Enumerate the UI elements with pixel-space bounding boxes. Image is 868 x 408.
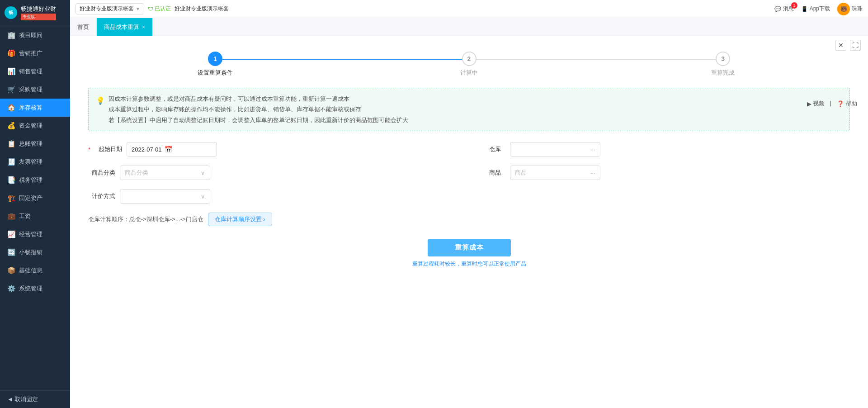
marketing-icon: 🎁 (7, 49, 15, 57)
sidebar-item-label: 项目顾问 (19, 31, 42, 39)
sidebar-item-label: 税务管理 (19, 176, 42, 184)
sidebar-items: 🏢项目顾问🎁营销推广📊销售管理🛒采购管理🏠库存核算💰资金管理📋总账管理🧾发票管理… (0, 26, 70, 390)
sidebar-item-system[interactable]: ⚙️系统管理 (0, 280, 70, 298)
sidebar-item-label: 资金管理 (19, 122, 42, 130)
product-select[interactable]: 商品 ··· (510, 166, 600, 180)
tabs-bar: 首页 商品成本重算 × (70, 18, 868, 36)
topbar: 好业财专业版演示帐套 ▼ 🛡 已认证 好业财专业版演示帐套 💬 消息 1 📱 A… (70, 0, 868, 18)
sidebar-item-operations[interactable]: 📈经营管理 (0, 225, 70, 243)
main-area: 好业财专业版演示帐套 ▼ 🛡 已认证 好业财专业版演示帐套 💬 消息 1 📱 A… (70, 0, 868, 408)
sidebar-item-label: 总账管理 (19, 140, 42, 148)
app-download-button[interactable]: 📱 App下载 (801, 5, 830, 13)
message-icon: 💬 (774, 6, 781, 12)
step-1-label: 设置重算条件 (198, 69, 233, 77)
play-icon: ▶ (807, 100, 811, 107)
help-links: ▶ 视频 | ❓ 帮助 (807, 100, 857, 108)
sidebar-item-sales[interactable]: 📊销售管理 (0, 62, 70, 81)
tip-box: 💡 因成本计算参数调整，或是对商品成本有疑问时，可以通过成本重算功能，重新计算一… (88, 88, 850, 131)
topbar-right: 💬 消息 1 📱 App下载 🐻 珠珠 (774, 3, 863, 15)
sidebar-unpin[interactable]: ◄ 取消固定 (0, 390, 70, 408)
sidebar-item-label: 发票管理 (19, 158, 42, 166)
account-selector[interactable]: 好业财专业版演示帐套 ▼ (75, 3, 144, 14)
step-2-line (476, 59, 716, 60)
sidebar-item-invoice[interactable]: 🧾发票管理 (0, 153, 70, 171)
sidebar-item-tax[interactable]: 📑税务管理 (0, 171, 70, 189)
tab-close-icon[interactable]: × (142, 24, 145, 30)
sidebar-item-label: 营销推广 (19, 49, 42, 57)
sidebar-item-label: 基础信息 (19, 266, 42, 275)
step-3: 3 重算完成 (596, 52, 850, 77)
accounting-icon: 📋 (7, 140, 15, 148)
purchase-icon: 🛒 (7, 85, 15, 94)
sidebar-item-salary[interactable]: 💼工资 (0, 207, 70, 225)
assets-icon: 🏗️ (7, 194, 15, 202)
step-3-circle: 3 (716, 52, 730, 66)
recalc-button[interactable]: 重算成本 (428, 239, 511, 256)
sidebar-item-label: 采购管理 (19, 85, 42, 94)
logo-text: 畅捷通好业财 (21, 5, 56, 13)
sidebar-item-purchase[interactable]: 🛒采购管理 (0, 81, 70, 99)
chevron-down-icon: ∨ (201, 193, 205, 200)
content-area: ✕ ⛶ ▶ 视频 | ❓ 帮助 1 设置重算条件 (70, 36, 868, 408)
shield-icon: 🛡 (148, 6, 153, 12)
video-link[interactable]: ▶ 视频 (807, 100, 825, 108)
price-method-group: 计价方式 ∨ (88, 189, 850, 204)
form-row-1: * 起始日期 2022-07-01 📅 仓库 ··· (88, 142, 850, 157)
more-icon: ··· (590, 170, 595, 176)
sidebar-item-assets[interactable]: 🏗️固定资产 (0, 189, 70, 207)
sidebar-item-accounting[interactable]: 📋总账管理 (0, 135, 70, 153)
step-2: 2 计算中 (342, 52, 596, 77)
tip-content: 因成本计算参数调整，或是对商品成本有疑问时，可以通过成本重算功能，重新计算一遍成… (108, 94, 408, 125)
category-select[interactable]: 商品分类 ∨ (120, 166, 210, 180)
recalc-tip-text: 重算过程耗时较长，重算时您可以正常使用产品 (412, 260, 526, 268)
sidebar-item-finance[interactable]: 💰资金管理 (0, 117, 70, 135)
sidebar-item-basic[interactable]: 📦基础信息 (0, 261, 70, 280)
user-avatar[interactable]: 🐻 珠珠 (837, 3, 863, 15)
category-group: 商品分类 商品分类 ∨ (88, 166, 469, 180)
price-method-select[interactable]: ∨ (120, 189, 210, 204)
warehouse-order-row: 仓库计算顺序：总仓->深圳仓库->...->门店仓 仓库计算顺序设置 › (88, 213, 850, 226)
warehouse-order-settings-button[interactable]: 仓库计算顺序设置 › (208, 213, 272, 226)
expand-button[interactable]: ⛶ (850, 40, 861, 51)
avatar: 🐻 (837, 3, 850, 15)
sidebar-item-project[interactable]: 🏢项目顾问 (0, 26, 70, 44)
sidebar: 畅 畅捷通好业财 专业版 🏢项目顾问🎁营销推广📊销售管理🛒采购管理🏠库存核算💰资… (0, 0, 70, 408)
warehouse-select[interactable]: ··· (510, 142, 600, 157)
finance-icon: 💰 (7, 122, 15, 130)
steps: 1 设置重算条件 2 计算中 3 重算完成 (88, 47, 850, 77)
sidebar-item-label: 固定资产 (19, 194, 42, 202)
operations-icon: 📈 (7, 230, 15, 238)
project-icon: 🏢 (7, 31, 15, 39)
calendar-icon: 📅 (165, 146, 172, 153)
form-row-3: 计价方式 ∨ (88, 189, 850, 204)
basic-icon: 📦 (7, 266, 15, 275)
avatar-image: 🐻 (840, 6, 847, 12)
tax-icon: 📑 (7, 176, 15, 184)
start-date-input[interactable]: 2022-07-01 📅 (127, 142, 217, 157)
sales-icon: 📊 (7, 67, 15, 76)
recalc-area: 重算成本 重算过程耗时较长，重算时您可以正常使用产品 (88, 239, 850, 268)
sidebar-item-expense[interactable]: 🔄小畅报销 (0, 243, 70, 261)
sidebar-item-label: 库存核算 (19, 104, 42, 112)
step-1: 1 设置重算条件 (88, 52, 342, 77)
certified-badge: 🛡 已认证 (148, 5, 171, 13)
step-2-circle: 2 (462, 52, 476, 66)
sidebar-item-inventory[interactable]: 🏠库存核算 (0, 99, 70, 117)
message-button[interactable]: 💬 消息 1 (774, 5, 794, 13)
help-link[interactable]: ❓ 帮助 (837, 100, 857, 108)
tab-home[interactable]: 首页 (70, 18, 97, 36)
start-date-label: 起始日期 (95, 145, 122, 153)
sidebar-item-label: 系统管理 (19, 285, 42, 293)
sidebar-item-marketing[interactable]: 🎁营销推广 (0, 44, 70, 62)
salary-icon: 💼 (7, 212, 15, 220)
form-row-2: 商品分类 商品分类 ∨ 商品 商品 ··· (88, 166, 850, 180)
start-date-group: * 起始日期 2022-07-01 📅 (88, 142, 469, 157)
tip-line-2: 成本重算过程中，影响库存账的操作均不能操作，比如进货单、销货单、库存单据不能审核… (108, 104, 408, 114)
step-2-label: 计算中 (460, 69, 478, 77)
chevron-down-icon: ∨ (201, 170, 205, 176)
more-icon: ··· (590, 146, 595, 153)
question-icon: ❓ (837, 100, 844, 107)
tab-recalc[interactable]: 商品成本重算 × (97, 18, 153, 36)
step-1-circle: 1 (208, 52, 222, 66)
sidebar-item-label: 销售管理 (19, 67, 42, 76)
